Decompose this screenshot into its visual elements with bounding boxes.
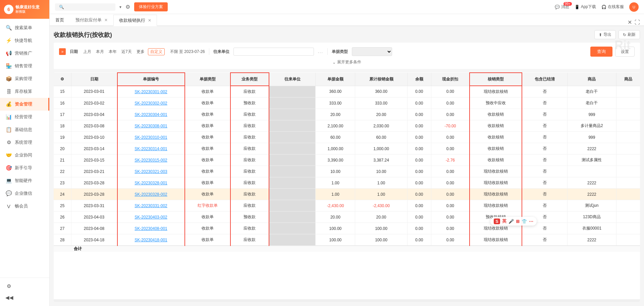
cell-amount: 360.00 <box>316 86 355 98</box>
sidebar-settings[interactable]: ⚙ <box>0 281 49 292</box>
col-included[interactable]: 包含已结清 <box>522 73 567 86</box>
topbar-search-box: 🔍 <box>55 3 115 11</box>
filter-area: » 日期 上月 本月 本年 近7天 更多 自定义 不限 至 2023-07-26… <box>54 43 640 69</box>
tab-collection[interactable]: 收款核销执行 ✕ <box>113 15 157 26</box>
cell-doc-no[interactable]: SK-20230418-001 <box>117 234 185 246</box>
cell-date: 2023-03-21 <box>71 166 117 177</box>
cell-doc-type: 收款单 <box>185 166 230 177</box>
col-biz-type[interactable]: 业务类型 <box>230 73 269 86</box>
sidebar-item-0[interactable]: 🔍搜索菜单 <box>0 21 49 34</box>
refresh-button[interactable]: ↻ 刷新 <box>619 30 640 39</box>
date-this-year[interactable]: 本年 <box>107 48 118 55</box>
solution-button[interactable]: 体验行业方案 <box>134 2 168 11</box>
user-avatar[interactable]: U <box>629 2 639 12</box>
col-cancel-type[interactable]: 核销类型 <box>470 73 522 86</box>
cell-goods2 <box>616 223 640 234</box>
col-goods1[interactable]: 商品 <box>568 73 616 86</box>
cell-doc-no[interactable]: SK-20230304-001 <box>117 109 185 120</box>
sidebar-item-7[interactable]: 📊经营管理 <box>0 111 49 123</box>
cell-doc-no[interactable]: SK-20230408-001 <box>117 223 185 234</box>
col-doc-no[interactable]: 单据编号 <box>117 73 185 86</box>
sidebar-item-8[interactable]: 📋基础信息 <box>0 123 49 136</box>
col-counterpart[interactable]: 往来单位 <box>269 73 316 86</box>
cell-doc-no[interactable]: SK-20230314-001 <box>117 143 185 155</box>
online-service-link[interactable]: 🎧 在线客服 <box>601 4 624 10</box>
cell-counterpart <box>269 166 316 177</box>
cell-cash-disc: 0.00 <box>431 98 469 109</box>
topbar-dropdown[interactable]: ▾ <box>119 5 121 9</box>
message-badge[interactable]: 💬 消息 99+ <box>555 4 569 10</box>
date-7days[interactable]: 近7天 <box>120 48 133 55</box>
cell-doc-no[interactable]: SK-20230302-002 <box>117 98 185 109</box>
date-more[interactable]: 更多 <box>135 48 146 55</box>
col-date[interactable]: 日期 <box>71 73 117 86</box>
table-row: 26 2023-04-03 SK-20230403-002 收款单 预收款 20… <box>54 211 640 223</box>
cell-cancel-type: 现结收款核销 <box>470 189 522 200</box>
cell-goods2 <box>616 177 640 189</box>
col-cash-disc[interactable]: 现金折扣 <box>431 73 469 86</box>
filter-expand-button[interactable]: » <box>59 48 66 55</box>
cell-cash-disc: 0.00 <box>431 200 469 211</box>
col-doc-type[interactable]: 单据类型 <box>185 73 230 86</box>
cell-goods1: 老白干 <box>568 98 616 109</box>
sidebar-item-3[interactable]: 🏪销售管理 <box>0 60 49 72</box>
cell-counterpart <box>269 98 316 109</box>
counterpart-label: 往来单位 <box>213 49 229 55</box>
cell-doc-no[interactable]: SK-20230315-002 <box>117 155 185 166</box>
cell-doc-no[interactable]: SK-20230331-002 <box>117 200 185 211</box>
sidebar-item-2[interactable]: 📢营销推广 <box>0 47 49 60</box>
app-download-link[interactable]: 📱 App下载 <box>575 4 596 10</box>
counterpart-input[interactable] <box>233 48 314 56</box>
expand-more-btn[interactable]: ⌄ 展开更多条件 <box>332 59 361 65</box>
date-last-month[interactable]: 上月 <box>82 48 93 55</box>
cell-counterpart <box>269 109 316 120</box>
cell-doc-type: 收款单 <box>185 120 230 132</box>
cell-doc-no[interactable]: SK-20230308-001 <box>117 120 185 132</box>
sidebar-item-5[interactable]: 🗄库存核算 <box>0 85 49 98</box>
sidebar-collapse[interactable]: ◀◀ <box>0 292 49 303</box>
cell-doc-no[interactable]: SK-20230403-002 <box>117 211 185 223</box>
sidebar-item-13[interactable]: 💬企业微信 <box>0 187 49 200</box>
tab-home[interactable]: 首页 <box>50 14 70 25</box>
sidebar-item-4[interactable]: 📦采购管理 <box>0 72 49 85</box>
sidebar-item-14[interactable]: V畅会员 <box>0 200 49 212</box>
cell-doc-no[interactable]: SK-20230328-001 <box>117 177 185 189</box>
sidebar-item-10[interactable]: 🤝企业协同 <box>0 149 49 162</box>
table-hscroll[interactable] <box>54 299 640 302</box>
sidebar-item-1[interactable]: ⚡快捷导航 <box>0 34 49 47</box>
col-accum[interactable]: 累计核销金额 <box>355 73 407 86</box>
cell-doc-no[interactable]: SK-20230310-001 <box>117 132 185 143</box>
tab-collection-close[interactable]: ✕ <box>148 18 151 23</box>
table-scroll[interactable]: ⚙ 日期 单据编号 单据类型 业务类型 往来单位 单据金额 累计核销金额 余额 … <box>54 72 640 299</box>
date-custom-button[interactable]: 自定义 <box>148 48 165 55</box>
tab-prepay[interactable]: 预付款应付单 ✕ <box>70 14 113 25</box>
col-amount[interactable]: 单据金额 <box>316 73 355 86</box>
cell-doc-no[interactable]: SK-20230321-003 <box>117 166 185 177</box>
query-button[interactable]: 查询 <box>590 47 612 57</box>
tab-close-all-icon[interactable]: ✕ <box>628 19 632 25</box>
sidebar-label-6: 资金管理 <box>15 101 32 107</box>
tab-expand-icon[interactable]: ⛶ <box>635 19 640 25</box>
tab-prepay-close[interactable]: ✕ <box>104 18 108 22</box>
logo-icon: 6 <box>4 5 13 14</box>
sidebar-item-11[interactable]: 🎯新手引导 <box>0 162 49 174</box>
s-logo: S <box>494 219 500 224</box>
topbar-gear-icon[interactable]: ⚙ <box>125 4 130 10</box>
cell-amount: -2,430.00 <box>316 200 355 211</box>
sidebar-item-9[interactable]: ⚙系统管理 <box>0 136 49 149</box>
sidebar-item-6[interactable]: 💰资金管理 <box>0 98 49 111</box>
sidebar-item-12[interactable]: 💻智能硬件 <box>0 174 49 187</box>
cell-counterpart <box>269 234 316 246</box>
cell-doc-no[interactable]: SK-20230328-002 <box>117 189 185 200</box>
col-balance[interactable]: 余额 <box>407 73 431 86</box>
export-button[interactable]: ⬆ 导出 <box>594 30 616 39</box>
cell-doc-no[interactable]: SK-20230301-002 <box>117 86 185 98</box>
col-settings[interactable]: ⚙ <box>54 73 71 86</box>
table-row: 19 2023-03-10 SK-20230310-001 收款单 应收款 60… <box>54 132 640 143</box>
doc-type-select[interactable] <box>352 47 392 56</box>
col-goods2[interactable]: 商品 <box>616 73 640 86</box>
table-row: 23 2023-03-28 SK-20230328-001 收款单 应收款 1.… <box>54 177 640 189</box>
cell-no: 26 <box>54 211 71 223</box>
date-this-month[interactable]: 本月 <box>95 48 105 55</box>
shirt-icon: 👕 <box>522 219 527 224</box>
